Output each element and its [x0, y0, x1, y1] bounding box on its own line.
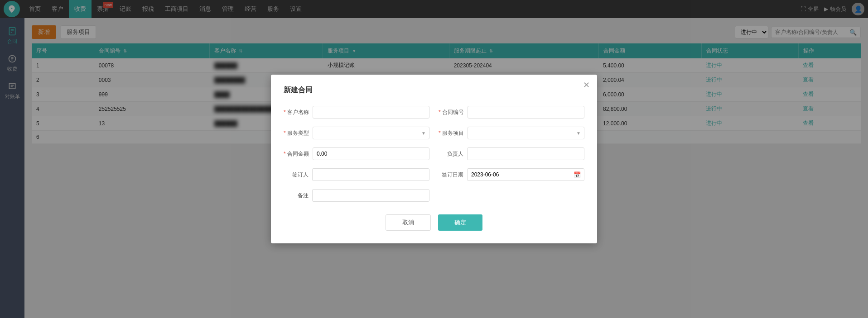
form-row-4: 签订人 签订日期 📅 — [284, 168, 584, 181]
customer-name-input[interactable] — [313, 106, 429, 119]
signatory-label: 签订人 — [284, 171, 309, 179]
service-item-select-wrap — [468, 127, 584, 139]
modal-footer: 取消 确定 — [284, 214, 584, 231]
responsible-person-input[interactable] — [467, 147, 584, 160]
form-group-responsible: 负责人 — [439, 147, 584, 160]
form-group-amount: 合同金额 — [284, 147, 429, 160]
confirm-button[interactable]: 确定 — [438, 214, 482, 231]
form-group-sign-date: 签订日期 📅 — [439, 168, 584, 181]
contract-no-input[interactable] — [468, 106, 584, 119]
modal-overlay[interactable]: ✕ 新建合同 客户名称 合同编号 服务类型 — [0, 0, 868, 318]
form-group-service-type: 服务类型 — [284, 127, 429, 139]
contract-no-label: 合同编号 — [439, 109, 464, 116]
form-group-contract-no: 合同编号 — [439, 106, 584, 119]
service-item-label: 服务项目 — [439, 129, 464, 137]
service-item-select[interactable] — [468, 127, 584, 139]
service-type-select-wrap — [313, 127, 429, 139]
form-group-remark: 备注 — [284, 189, 429, 202]
contract-amount-input[interactable] — [313, 147, 429, 160]
new-contract-modal: ✕ 新建合同 客户名称 合同编号 服务类型 — [271, 75, 597, 243]
remark-input[interactable] — [312, 189, 429, 202]
form-group-signatory: 签订人 — [284, 168, 429, 181]
modal-close-button[interactable]: ✕ — [583, 81, 590, 89]
sign-date-wrap: 📅 — [467, 168, 584, 181]
contract-amount-label: 合同金额 — [284, 150, 309, 158]
sign-date-label: 签订日期 — [439, 171, 463, 179]
form-row-2: 服务类型 服务项目 — [284, 127, 584, 139]
service-type-select[interactable] — [313, 127, 429, 139]
responsible-person-label: 负责人 — [439, 150, 463, 158]
form-row-1: 客户名称 合同编号 — [284, 106, 584, 119]
signatory-input[interactable] — [312, 168, 429, 181]
sign-date-input[interactable] — [467, 168, 584, 181]
service-type-label: 服务类型 — [284, 129, 309, 137]
form-group-customer: 客户名称 — [284, 106, 429, 119]
remark-label: 备注 — [284, 192, 309, 199]
cancel-button[interactable]: 取消 — [386, 214, 431, 231]
customer-name-label: 客户名称 — [284, 109, 309, 116]
form-row-3: 合同金额 负责人 — [284, 147, 584, 160]
form-group-service-item: 服务项目 — [439, 127, 584, 139]
modal-title: 新建合同 — [284, 85, 584, 95]
form-row-5: 备注 — [284, 189, 584, 202]
